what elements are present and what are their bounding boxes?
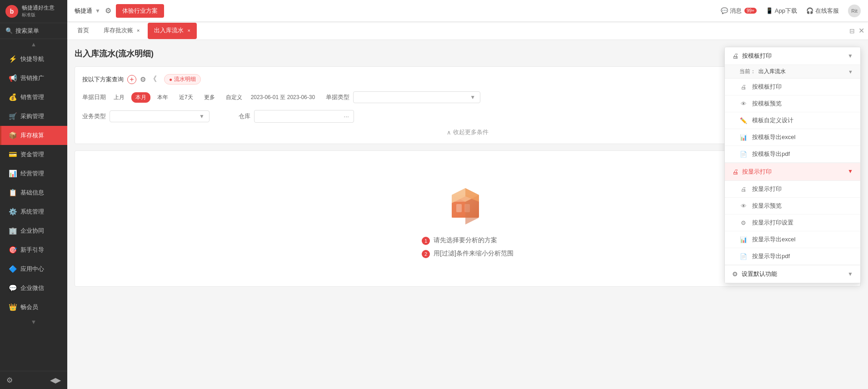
date-btn-this-year[interactable]: 本年 <box>153 92 172 103</box>
display-export-pdf-label: 按显示导出pdf <box>752 252 853 260</box>
tab-close-all-btn[interactable]: ✕ <box>858 26 864 35</box>
tab-inout-flow-close[interactable]: × <box>187 28 190 33</box>
online-service-label: 在线客服 <box>815 7 839 15</box>
dropdown-panel: 🖨 按模板打印 ▼ 当前： 出入库流水 ▼ 🖨 按模板打印 👁 按模板预览 ✏️… <box>724 47 861 284</box>
sidebar-nav: ▲ ⚡ 快捷导航 📢 营销推广 💰 销售管理 🛒 采购管理 📦 库存核算 💳 资… <box>0 39 67 371</box>
sidebar-scroll-down[interactable]: ▼ <box>0 317 67 327</box>
template-export-excel-item[interactable]: 📊 按模板导出excel <box>725 129 860 146</box>
display-print-settings-item[interactable]: ⚙ 按显示打印设置 <box>725 214 860 231</box>
chevron-up-icon: ∧ <box>447 129 451 136</box>
display-section-arrow: ▲ <box>848 169 853 175</box>
filter-settings-icon[interactable]: ⚙ <box>140 75 146 84</box>
sidebar-scroll-up[interactable]: ▲ <box>0 39 67 50</box>
doc-type-arrow: ▼ <box>470 94 475 100</box>
date-btn-more[interactable]: 更多 <box>200 92 219 103</box>
sidebar-item-guide[interactable]: 🎯 新手引导 <box>0 240 67 259</box>
sidebar-item-label: 应用中心 <box>20 265 44 273</box>
tab-inout-flow-label: 出入库流水 <box>154 26 184 35</box>
trial-btn[interactable]: 体验行业方案 <box>116 4 164 18</box>
sidebar-item-wechat[interactable]: 💬 企业微信 <box>0 279 67 298</box>
biz-type-arrow: ▼ <box>199 113 205 120</box>
sidebar-item-app-center[interactable]: 🔷 应用中心 <box>0 259 67 279</box>
template-export-pdf-item[interactable]: 📄 按模板导出pdf <box>725 146 860 163</box>
guide-icon: 🎯 <box>9 246 17 254</box>
filter-add-btn[interactable]: + <box>127 75 136 84</box>
display-export-excel-label: 按显示导出excel <box>752 235 853 244</box>
date-btn-last-month[interactable]: 上月 <box>110 92 129 103</box>
online-service-btn[interactable]: 🎧 在线客服 <box>806 7 839 15</box>
tab-batch-account[interactable]: 库存批次账 × <box>97 23 146 39</box>
filter-collapse-icon[interactable]: 《 <box>150 75 157 84</box>
display-export-pdf-item[interactable]: 📄 按显示导出pdf <box>725 248 860 265</box>
tab-home[interactable]: 首页 <box>71 23 95 39</box>
sidebar-item-label: 经营管理 <box>20 170 44 178</box>
current-badge-arrow[interactable]: ▼ <box>848 69 853 75</box>
collapse-sidebar-icon[interactable]: ◀▶ <box>50 376 61 384</box>
sidebar-item-inventory[interactable]: 📦 库存核算 <box>0 126 67 145</box>
sidebar-item-operation[interactable]: 📊 经营管理 <box>0 164 67 183</box>
display-preview-item[interactable]: 👁 按显示预览 <box>725 198 860 214</box>
tab-inout-flow[interactable]: 出入库流水 × <box>148 23 196 39</box>
date-btn-7days[interactable]: 近7天 <box>175 92 197 103</box>
sidebar-item-label: 资金管理 <box>20 150 44 159</box>
date-btn-custom[interactable]: 自定义 <box>222 92 246 103</box>
sidebar-item-system[interactable]: ⚙️ 系统管理 <box>0 202 67 221</box>
inventory-icon: 📦 <box>9 131 17 140</box>
warehouse-more-icon[interactable]: ··· <box>344 113 349 120</box>
sidebar-search[interactable]: 🔍 搜索菜单 <box>0 23 67 39</box>
sidebar-item-finance[interactable]: 💳 资金管理 <box>0 145 67 164</box>
template-export-pdf-label: 按模板导出pdf <box>752 150 853 158</box>
sidebar-item-member[interactable]: 👑 畅会员 <box>0 298 67 317</box>
doc-type-select[interactable]: ▼ <box>353 91 480 103</box>
sub-excel-icon-1: 📊 <box>739 134 748 141</box>
sidebar-item-label: 库存核算 <box>20 131 44 140</box>
sales-icon: 💰 <box>9 93 17 101</box>
avatar[interactable]: Rit <box>848 5 861 17</box>
sub-printer-icon-1: 🖨 <box>739 84 748 90</box>
display-print-item[interactable]: 🖨 按显示打印 <box>725 181 860 198</box>
sidebar-item-label: 基础信息 <box>20 189 44 197</box>
step-1-text: 请先选择要分析的方案 <box>434 236 497 244</box>
filter-tag-icon: ● <box>169 76 172 83</box>
username: 畅捷通 <box>75 7 92 15</box>
display-export-excel-item[interactable]: 📊 按显示导出excel <box>725 231 860 248</box>
user-dropdown-icon[interactable]: ▼ <box>95 8 100 14</box>
template-design-item[interactable]: ✏️ 模板自定义设计 <box>725 112 860 129</box>
warehouse-label: 仓库 <box>239 112 250 120</box>
sidebar-logo: b 畅捷通好生意 标准版 <box>0 0 67 23</box>
date-filter-options: 上月 本月 本年 近7天 更多 自定义 2023-06-01 至 2023-06… <box>110 92 315 103</box>
filter-collapse-btn[interactable]: ∧ 收起更多条件 <box>447 128 489 136</box>
empty-step-2: 2 用[过滤]条件来缩小分析范围 <box>422 249 514 258</box>
sidebar-item-basic-info[interactable]: 📋 基础信息 <box>0 183 67 202</box>
date-btn-this-month[interactable]: 本月 <box>131 92 150 103</box>
biz-type-select[interactable]: ▼ <box>110 110 210 122</box>
display-print-section-header[interactable]: 🖨 按显示打印 ▲ <box>725 163 860 181</box>
sub-preview-icon-1: 👁 <box>739 100 748 107</box>
warehouse-select[interactable]: ··· <box>254 110 354 123</box>
tab-minimize-icon[interactable]: ⊟ <box>849 27 855 35</box>
wechat-icon: 💬 <box>9 284 17 292</box>
template-preview-item[interactable]: 👁 按模板预览 <box>725 95 860 112</box>
default-section-arrow: ▼ <box>848 271 853 277</box>
settings-footer-icon[interactable]: ⚙ <box>6 376 13 384</box>
message-btn[interactable]: 💬 消息 99+ <box>721 7 757 15</box>
default-section-header[interactable]: ⚙ 设置默认功能 ▼ <box>725 265 860 283</box>
app-download-btn[interactable]: 📱 App下载 <box>766 7 797 15</box>
filter-tag-liushui[interactable]: ● 流水明细 <box>164 74 201 85</box>
template-print-section-header[interactable]: 🖨 按模板打印 ▼ <box>725 47 860 65</box>
sidebar-item-label: 营销推广 <box>20 74 44 82</box>
sidebar-item-enterprise[interactable]: 🏢 企业协同 <box>0 221 67 240</box>
filter-field-doc-type: 单据类型 ▼ <box>326 91 480 103</box>
default-settings-icon: ⚙ <box>732 270 738 278</box>
sidebar-item-purchase[interactable]: 🛒 采购管理 <box>0 107 67 126</box>
sub-preview-icon-2: 👁 <box>739 203 748 209</box>
template-print-item[interactable]: 🖨 按模板打印 <box>725 79 860 95</box>
user-area[interactable]: 畅捷通 ▼ <box>75 7 100 15</box>
sidebar-item-marketing[interactable]: 📢 营销推广 <box>0 69 67 88</box>
purchase-icon: 🛒 <box>9 112 17 120</box>
sidebar-item-quick-nav[interactable]: ⚡ 快捷导航 <box>0 50 67 69</box>
tab-batch-account-close[interactable]: × <box>137 28 140 33</box>
sidebar-item-sales[interactable]: 💰 销售管理 <box>0 88 67 107</box>
sidebar-item-label: 销售管理 <box>20 93 44 101</box>
topbar-gear-icon[interactable]: ⚙ <box>105 6 111 15</box>
